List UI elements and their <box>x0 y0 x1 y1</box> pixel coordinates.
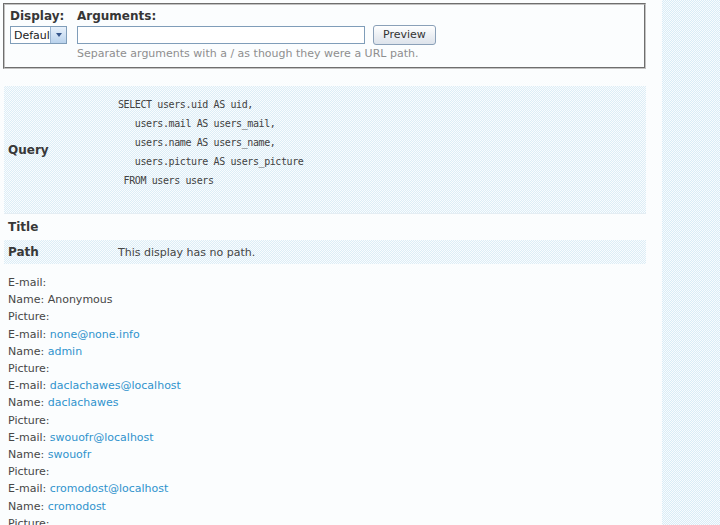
field-value[interactable]: swouofr@localhost <box>50 431 154 444</box>
field-label: Name: <box>8 293 44 306</box>
result-line: Picture: <box>8 360 648 377</box>
path-value: This display has no path. <box>114 240 646 264</box>
field-label: Name: <box>8 396 44 409</box>
chevron-down-icon[interactable] <box>50 27 66 43</box>
info-row-title: Title <box>4 213 646 240</box>
info-row-path: Path This display has no path. <box>4 240 646 264</box>
query-label: Query <box>4 86 114 213</box>
field-value[interactable]: swouofr <box>48 448 92 461</box>
result-line: Name: Anonymous <box>8 291 648 308</box>
field-label: Picture: <box>8 465 50 478</box>
field-label: E-mail: <box>8 431 46 444</box>
field-label: Picture: <box>8 362 50 375</box>
result-line: E-mail: swouofr@localhost <box>8 429 648 446</box>
field-value[interactable]: daclachawes <box>48 396 119 409</box>
result-line: Name: daclachawes <box>8 394 648 411</box>
field-label: Picture: <box>8 517 50 525</box>
results-list: E-mail: Name: AnonymousPicture: E-mail: … <box>8 274 648 525</box>
field-value[interactable]: none@none.info <box>50 328 140 341</box>
field-label: E-mail: <box>8 328 46 341</box>
field-value[interactable]: daclachawes@localhost <box>50 379 181 392</box>
query-value-cell: SELECT users.uid AS uid, users.mail AS u… <box>114 86 646 213</box>
result-line: Picture: <box>8 412 648 429</box>
info-row-query: Query SELECT users.uid AS uid, users.mai… <box>4 86 646 213</box>
arguments-input[interactable] <box>77 26 365 44</box>
result-line: E-mail: none@none.info <box>8 326 648 343</box>
field-label: Picture: <box>8 414 50 427</box>
field-label: Name: <box>8 345 44 358</box>
display-select[interactable]: Defaults <box>10 26 67 44</box>
field-value: Anonymous <box>48 293 113 306</box>
result-line: Name: swouofr <box>8 446 648 463</box>
title-value <box>114 214 646 240</box>
result-line: Picture: <box>8 463 648 480</box>
field-label: E-mail: <box>8 276 46 289</box>
chevron-down-glyph <box>56 33 62 37</box>
title-label: Title <box>4 214 114 240</box>
field-value[interactable]: cromodost@localhost <box>50 482 169 495</box>
preview-form-fieldset: Display: Defaults Arguments: Preview Sep… <box>3 3 646 69</box>
result-line: Name: cromodost <box>8 498 648 515</box>
result-line: E-mail: daclachawes@localhost <box>8 377 648 394</box>
result-line: Name: admin <box>8 343 648 360</box>
field-value[interactable]: cromodost <box>48 500 106 513</box>
display-select-value: Defaults <box>11 27 50 43</box>
result-line: E-mail: <box>8 274 648 291</box>
result-line: E-mail: cromodost@localhost <box>8 480 648 497</box>
field-label: Picture: <box>8 310 50 323</box>
sql-query-text: SELECT users.uid AS uid, users.mail AS u… <box>118 95 303 190</box>
arguments-help-text: Separate arguments with a / as though th… <box>77 47 418 60</box>
field-label: Name: <box>8 448 44 461</box>
display-label: Display: <box>10 9 64 23</box>
field-value[interactable]: admin <box>48 345 82 358</box>
result-line: Picture: <box>8 515 648 525</box>
field-label: Name: <box>8 500 44 513</box>
field-label: E-mail: <box>8 379 46 392</box>
preview-button[interactable]: Preview <box>373 25 436 45</box>
result-line: Picture: <box>8 308 648 325</box>
main-content-area: Display: Defaults Arguments: Preview Sep… <box>0 0 662 525</box>
path-label: Path <box>4 240 114 264</box>
field-label: E-mail: <box>8 482 46 495</box>
arguments-label: Arguments: <box>77 9 156 23</box>
view-info-table: Query SELECT users.uid AS uid, users.mai… <box>4 86 646 264</box>
